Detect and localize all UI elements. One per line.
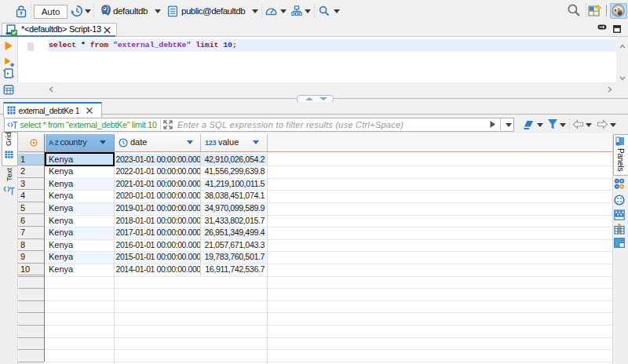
- svg-text:Z: Z: [55, 139, 59, 146]
- svg-text:A: A: [49, 139, 53, 146]
